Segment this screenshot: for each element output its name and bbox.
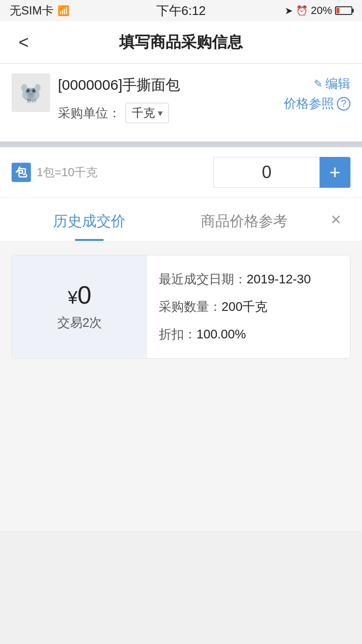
quantity-conversion: 1包=10千克 (37, 165, 97, 180)
quantity-plus-button[interactable]: + (320, 157, 350, 188)
page-title: 填写商品采购信息 (119, 32, 243, 53)
battery-percent: 20% (311, 4, 332, 17)
svg-point-3 (27, 89, 29, 92)
carrier-text: 无SIM卡 (10, 3, 54, 18)
tabs-section: 历史成交价 商品价格参考 × (0, 198, 362, 241)
tabs-close-button[interactable]: × (321, 205, 350, 234)
product-header: 野计 [0000006]手撕面包 采购单位： 千克 ▾ ✎ 编辑 (12, 73, 350, 123)
main-content: ¥0 交易2次 最近成交日期：2019-12-30 采购数量：200千克 折扣：… (0, 241, 362, 531)
price-card-left: ¥0 交易2次 (12, 255, 147, 358)
close-icon: × (331, 210, 341, 230)
price-detail-discount: 折扣：100.00% (159, 325, 338, 344)
quantity-input[interactable] (213, 157, 320, 188)
chevron-down-icon: ▾ (158, 107, 163, 119)
help-icon: ? (337, 97, 350, 111)
price-amount: ¥0 (68, 282, 92, 308)
product-section: 野计 [0000006]手撕面包 采购单位： 千克 ▾ ✎ 编辑 (0, 64, 362, 141)
quantity-value: 200千克 (222, 299, 267, 314)
unit-label: 采购单位： (58, 105, 121, 122)
back-button[interactable]: < (12, 30, 36, 55)
plus-icon: + (329, 162, 340, 183)
wifi-icon: 📶 (57, 5, 70, 16)
tab-price-reference[interactable]: 商品价格参考 (167, 198, 321, 241)
currency-symbol: ¥ (68, 288, 78, 308)
price-ref-label: 价格参照 (284, 95, 334, 112)
alarm-icon: ⏰ (296, 5, 308, 16)
tab-price-ref-label: 商品价格参考 (201, 213, 288, 229)
unit-select[interactable]: 千克 ▾ (125, 103, 169, 123)
price-trades: 交易2次 (57, 314, 102, 331)
unit-value: 千克 (132, 105, 155, 121)
quantity-section: 包 1包=10千克 + (0, 147, 362, 198)
tabs-header: 历史成交价 商品价格参考 × (0, 198, 362, 241)
status-bar: 无SIM卡 📶 下午6:12 ➤ ⏰ 20% (0, 0, 362, 21)
svg-text:野计: 野计 (27, 98, 37, 103)
edit-icon: ✎ (314, 78, 322, 90)
quantity-left: 包 1包=10千克 (12, 163, 97, 182)
unit-box: 包 (12, 163, 31, 182)
location-icon: ➤ (285, 5, 293, 16)
price-value: 0 (78, 281, 92, 309)
product-unit-row: 采购单位： 千克 ▾ (58, 103, 180, 123)
back-arrow-icon: < (18, 34, 28, 51)
svg-point-6 (21, 84, 27, 92)
battery-icon (335, 6, 352, 15)
edit-label: 编辑 (325, 75, 350, 92)
price-card: ¥0 交易2次 最近成交日期：2019-12-30 采购数量：200千克 折扣：… (12, 255, 350, 359)
edit-button[interactable]: ✎ 编辑 (314, 73, 350, 92)
quantity-input-group: + (213, 157, 350, 188)
price-card-right: 最近成交日期：2019-12-30 采购数量：200千克 折扣：100.00% (147, 255, 350, 358)
status-time: 下午6:12 (156, 2, 206, 19)
price-reference-button[interactable]: 价格参照 ? (284, 95, 350, 112)
price-card-section: ¥0 交易2次 最近成交日期：2019-12-30 采购数量：200千克 折扣：… (0, 241, 362, 372)
price-detail-date: 最近成交日期：2019-12-30 (159, 270, 338, 289)
tab-history-price[interactable]: 历史成交价 (12, 198, 167, 241)
product-info: [0000006]手撕面包 采购单位： 千克 ▾ (58, 73, 180, 123)
status-right: ➤ ⏰ 20% (285, 4, 352, 17)
tab-history-label: 历史成交价 (53, 213, 125, 229)
discount-value: 100.00% (196, 327, 246, 341)
product-name: [0000006]手撕面包 (58, 73, 180, 95)
svg-point-7 (35, 84, 41, 92)
nav-bar: < 填写商品采购信息 (0, 21, 362, 64)
product-thumbnail: 野计 (12, 73, 50, 112)
svg-point-4 (32, 89, 35, 92)
discount-label: 折扣： (159, 327, 196, 341)
unit-box-label: 包 (15, 165, 27, 180)
product-left: 野计 [0000006]手撕面包 采购单位： 千克 ▾ (12, 73, 180, 123)
price-detail-quantity: 采购数量：200千克 (159, 297, 338, 316)
section-divider (0, 141, 362, 147)
quantity-label: 采购数量： (159, 299, 222, 314)
date-label: 最近成交日期： (159, 272, 247, 286)
date-value: 2019-12-30 (247, 272, 311, 286)
status-carrier: 无SIM卡 📶 (10, 3, 70, 18)
